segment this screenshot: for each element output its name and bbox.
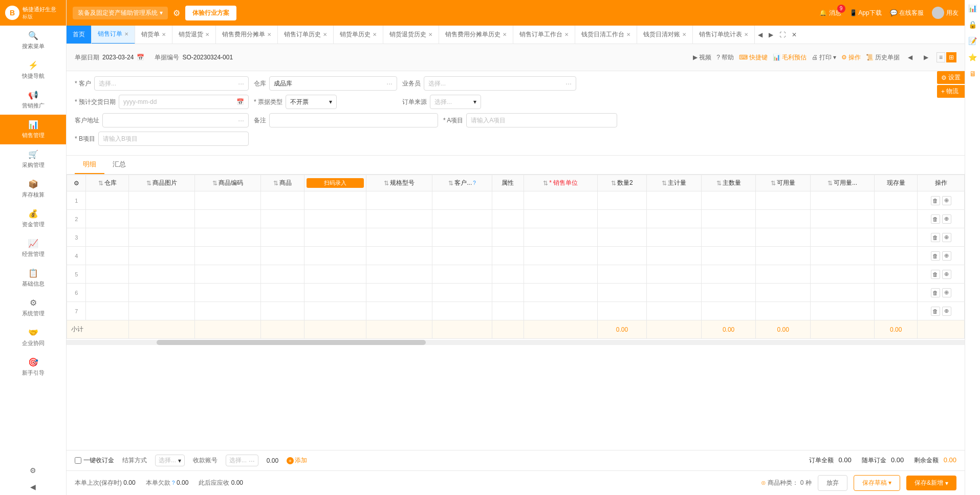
sort-code-icon[interactable]: ⇅ <box>212 180 217 187</box>
row-2-delete-btn[interactable]: 🗑 <box>931 214 940 224</box>
tab-reconcile[interactable]: 钱货日清对账 ✕ <box>637 26 693 44</box>
sidebar-item-system[interactable]: ⚙ 系统管理 <box>0 293 66 322</box>
tab-sales-goods[interactable]: 销货单 ✕ <box>135 26 172 44</box>
tab-expense-history[interactable]: 销售费用分摊单历史 ✕ <box>439 26 513 44</box>
right-icon-edit[interactable]: 📝 <box>967 35 979 47</box>
action-video[interactable]: ▶ 视频 <box>693 53 711 62</box>
scan-btn[interactable]: 扫码录入 <box>307 178 364 188</box>
sidebar-item-purchase[interactable]: 🛒 采购管理 <box>0 144 66 174</box>
table-settings-icon[interactable]: ⚙ <box>74 180 79 187</box>
action-help[interactable]: ? 帮助 <box>716 53 734 62</box>
sidebar-item-guide[interactable]: 🎯 新手引导 <box>0 352 66 382</box>
header-prev[interactable]: ◀ <box>905 48 916 67</box>
sort-spec-icon[interactable]: ⇅ <box>384 180 389 187</box>
row-1-available2[interactable] <box>810 191 874 210</box>
notification-bell[interactable]: 🔔 9 消息 <box>819 9 841 17</box>
tab-close-sales-order[interactable]: ✕ <box>124 31 128 37</box>
row-1-copy-btn[interactable]: ⊕ <box>942 196 951 205</box>
tab-close-order-stats[interactable]: ✕ <box>744 32 748 37</box>
row-1-attribute[interactable] <box>492 191 524 210</box>
row-1-code[interactable] <box>195 191 261 210</box>
row-1-image[interactable] <box>129 191 195 210</box>
sidebar-item-marketing[interactable]: 📢 营销推广 <box>0 85 66 115</box>
tab-daily-workspace[interactable]: 钱货日清工作台 ✕ <box>575 26 637 44</box>
sort-main-qty-icon[interactable]: ⇅ <box>716 180 722 187</box>
row-1-unit[interactable] <box>524 191 597 210</box>
header-next[interactable]: ▶ <box>921 48 931 67</box>
sidebar-item-sales[interactable]: 📊 销售管理 <box>0 115 66 144</box>
action-history[interactable]: 📜 历史单据 <box>866 53 900 62</box>
sidebar-item-search[interactable]: 🔍 搜索菜单 <box>0 26 66 55</box>
detail-tab-summary[interactable]: 汇总 <box>104 156 134 174</box>
sort-image-icon[interactable]: ⇅ <box>146 180 151 187</box>
tab-next[interactable]: ▶ <box>766 26 776 44</box>
tab-close-return-history[interactable]: ✕ <box>428 32 432 37</box>
order-source-select[interactable]: 选择... ▾ <box>430 95 481 109</box>
row-1-scan[interactable] <box>304 191 366 210</box>
calendar-date-icon[interactable]: 📅 <box>236 98 244 105</box>
sidebar-collapse[interactable]: ◀ <box>0 479 66 495</box>
tab-close-return[interactable]: ✕ <box>205 32 209 37</box>
row-4-delete-btn[interactable]: 🗑 <box>931 251 940 261</box>
logistics-btn[interactable]: + 物流 <box>937 85 965 98</box>
goods-type-icon[interactable]: ⊙ <box>761 479 766 486</box>
right-icon-lock[interactable]: 🔒 <box>967 18 979 31</box>
user-menu[interactable]: 用友 <box>932 7 959 19</box>
sidebar-item-nav[interactable]: ⚡ 快捷导航 <box>0 55 66 85</box>
row-1-current[interactable] <box>875 191 918 210</box>
notes-input[interactable] <box>269 113 438 127</box>
tab-more[interactable]: ✕ <box>789 26 800 44</box>
tab-close-sales-goods[interactable]: ✕ <box>162 32 166 37</box>
tab-close-expense-history[interactable]: ✕ <box>503 32 507 37</box>
tab-return[interactable]: 销货退货 ✕ <box>172 26 216 44</box>
list-view-btn[interactable]: ≡ <box>937 52 945 62</box>
settings-btn[interactable]: ⚙ 设置 <box>937 71 965 84</box>
row-1-main-unit[interactable] <box>647 191 702 210</box>
save-new-button[interactable]: 保存&新增 ▾ <box>906 476 956 490</box>
detail-tab-detail[interactable]: 明细 <box>75 156 104 174</box>
tab-close-reconcile[interactable]: ✕ <box>682 32 686 37</box>
sidebar-item-enterprise[interactable]: 🤝 企业协同 <box>0 322 66 352</box>
sort-warehouse-icon[interactable]: ⇅ <box>98 180 103 187</box>
tab-home[interactable]: 首页 <box>67 26 92 44</box>
one-click-payment-checkbox[interactable]: 一键收订金 <box>75 456 114 465</box>
add-payment-btn[interactable]: + 添加 <box>287 456 307 465</box>
tab-close-order-history[interactable]: ✕ <box>323 32 327 37</box>
a-project-input[interactable]: 请输入A项目 <box>466 113 617 127</box>
row-1-main-qty[interactable] <box>701 191 756 210</box>
sort-available-icon[interactable]: ⇅ <box>771 180 776 187</box>
sort-unit-icon[interactable]: ⇅ <box>543 180 548 187</box>
sort-qty2-icon[interactable]: ⇅ <box>611 180 616 187</box>
solution-button[interactable]: 体验行业方案 <box>185 6 236 20</box>
row-1-spec[interactable] <box>366 191 432 210</box>
app-download[interactable]: 📱 App下载 <box>850 9 882 17</box>
customer-input[interactable]: 选择... ··· <box>94 76 249 91</box>
help-debt-icon[interactable]: ? <box>172 480 175 486</box>
sidebar-item-inventory[interactable]: 📦 库存核算 <box>0 174 66 204</box>
row-1-delete-btn[interactable]: 🗑 <box>931 196 940 205</box>
sidebar-item-operations[interactable]: 📈 经营管理 <box>0 233 66 263</box>
chevron-draft-icon[interactable]: ▾ <box>888 479 891 486</box>
one-click-checkbox-input[interactable] <box>75 457 81 464</box>
tab-goods-history[interactable]: 销货单历史 ✕ <box>334 26 383 44</box>
row-6-delete-btn[interactable]: 🗑 <box>931 288 940 297</box>
row-3-copy-btn[interactable]: ⊕ <box>942 233 951 242</box>
calendar-icon[interactable]: 📅 <box>137 54 144 61</box>
row-1-goods[interactable] <box>261 191 304 210</box>
save-draft-button[interactable]: 保存草稿 ▾ <box>854 475 900 491</box>
row-6-copy-btn[interactable]: ⊕ <box>942 288 951 297</box>
tab-return-history[interactable]: 销货退货历史 ✕ <box>383 26 439 44</box>
right-icon-chart[interactable]: 📊 <box>967 2 979 14</box>
tab-expense-split[interactable]: 销售费用分摊单 ✕ <box>216 26 278 44</box>
salesperson-input[interactable]: 选择... ··· <box>424 76 576 91</box>
address-input[interactable]: ··· <box>102 113 249 127</box>
tab-close-order-workspace[interactable]: ✕ <box>564 32 569 37</box>
th-settings[interactable]: ⚙ <box>67 175 86 191</box>
delivery-date-input[interactable]: yyyy-mm-dd 📅 <box>119 95 249 109</box>
sidebar-settings[interactable]: ⚙ <box>0 462 66 479</box>
b-project-input[interactable]: 请输入B项目 <box>98 132 249 146</box>
discard-button[interactable]: 放弃 <box>818 475 847 491</box>
row-1-warehouse[interactable] <box>86 191 129 210</box>
row-2-copy-btn[interactable]: ⊕ <box>942 214 951 224</box>
tab-order-history[interactable]: 销售订单历史 ✕ <box>278 26 334 44</box>
